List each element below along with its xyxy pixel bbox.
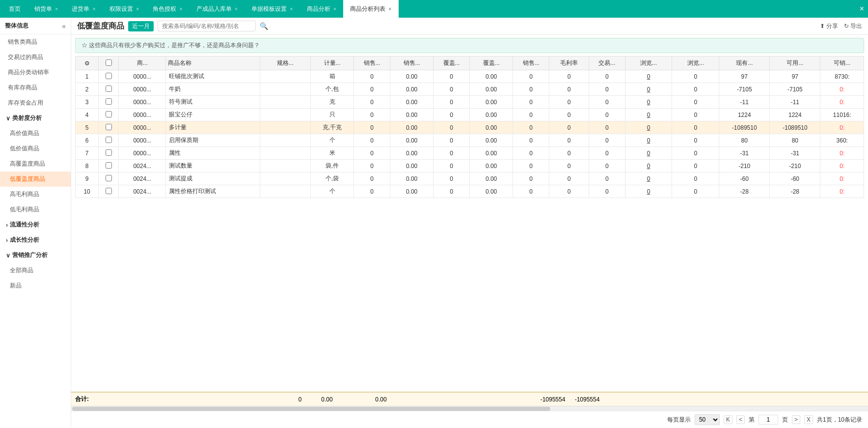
- next-page-button[interactable]: >: [792, 415, 800, 424]
- row-browse1[interactable]: 0: [625, 121, 672, 134]
- browse-link[interactable]: 0: [647, 124, 651, 131]
- per-page-select[interactable]: 50 100: [695, 414, 720, 425]
- col-header-cur[interactable]: 现有...: [719, 57, 770, 70]
- col-header-settings[interactable]: ⚙: [76, 57, 99, 70]
- row-checkbox[interactable]: [106, 111, 112, 117]
- close-icon[interactable]: ×: [290, 6, 293, 12]
- nav-tab-analysis[interactable]: 商品分析 ×: [300, 0, 343, 18]
- col-header-sales-qty[interactable]: 销售...: [354, 57, 390, 70]
- close-icon[interactable]: ×: [388, 6, 391, 12]
- row-browse1[interactable]: 0: [625, 134, 672, 147]
- sidebar-item-low-gross[interactable]: 低毛利商品: [0, 202, 71, 217]
- sidebar-item-low-value[interactable]: 低价值商品: [0, 141, 71, 156]
- browse-link[interactable]: 0: [647, 175, 651, 182]
- prev-page-button[interactable]: <: [736, 415, 745, 424]
- date-filter-button[interactable]: 近一月: [128, 21, 154, 31]
- col-header-gross[interactable]: 毛利率: [549, 57, 589, 70]
- row-checkbox[interactable]: [106, 162, 112, 169]
- row-check[interactable]: [99, 172, 119, 185]
- row-browse1[interactable]: 0: [625, 70, 672, 83]
- col-header-spec[interactable]: 规格...: [260, 57, 310, 70]
- row-checkbox[interactable]: [106, 98, 112, 105]
- table-wrapper[interactable]: ⚙ 商... 商品名称 规格... 计量... 销售... 销售... 覆盖..…: [71, 56, 868, 392]
- row-browse1[interactable]: 0: [625, 160, 672, 172]
- last-page-button[interactable]: X: [804, 415, 813, 424]
- sidebar-item-high-value[interactable]: 高价值商品: [0, 126, 71, 141]
- browse-link[interactable]: 0: [647, 163, 651, 170]
- row-check[interactable]: [99, 121, 119, 134]
- row-checkbox[interactable]: [106, 86, 112, 92]
- share-button[interactable]: ⬆ 分享: [820, 22, 838, 30]
- close-icon[interactable]: ×: [92, 6, 95, 12]
- nav-tab-analysis-list[interactable]: 商品分析列表 ×: [343, 0, 398, 18]
- browse-link[interactable]: 0: [647, 137, 651, 144]
- col-header-unit[interactable]: 计量...: [310, 57, 353, 70]
- sidebar-collapse-btn[interactable]: «: [62, 22, 66, 30]
- browse-link[interactable]: 0: [647, 99, 651, 106]
- row-checkbox[interactable]: [106, 124, 112, 130]
- row-browse1[interactable]: 0: [625, 96, 672, 109]
- search-icon[interactable]: 🔍: [260, 22, 268, 30]
- col-header-code[interactable]: 商...: [119, 57, 166, 70]
- row-check[interactable]: [99, 134, 119, 147]
- col-header-sales3[interactable]: 销售...: [513, 57, 549, 70]
- sidebar-item-category-rate[interactable]: 商品分类动销率: [0, 65, 71, 80]
- col-header-cov2[interactable]: 覆盖...: [469, 57, 513, 70]
- sidebar-item-traded-goods[interactable]: 交易过的商品: [0, 50, 71, 65]
- col-header-sales-amt[interactable]: 销售...: [390, 57, 433, 70]
- row-check[interactable]: [99, 83, 119, 96]
- row-checkbox[interactable]: [106, 137, 112, 143]
- export-button[interactable]: ↻ 导出: [844, 22, 862, 30]
- sidebar-item-stock-capital[interactable]: 库存资金占用: [0, 95, 71, 111]
- browse-link[interactable]: 0: [647, 86, 651, 93]
- sidebar-group-liquidity[interactable]: › 流通性分析: [0, 217, 71, 232]
- sidebar-item-high-coverage[interactable]: 高覆盖度商品: [0, 156, 71, 171]
- nav-tab-sales[interactable]: 销货单 ×: [27, 0, 65, 18]
- browse-link[interactable]: 0: [647, 188, 651, 195]
- nav-tab-purchase[interactable]: 进货单 ×: [65, 0, 102, 18]
- row-check[interactable]: [99, 147, 119, 160]
- close-icon[interactable]: ×: [136, 6, 139, 12]
- nav-tab-finished[interactable]: 产成品入库单 ×: [190, 0, 244, 18]
- row-check[interactable]: [99, 185, 119, 198]
- nav-tab-home[interactable]: 首页: [2, 0, 27, 18]
- col-header-trans[interactable]: 交易...: [589, 57, 625, 70]
- col-header-sellable[interactable]: 可销...: [820, 57, 864, 70]
- row-checkbox[interactable]: [106, 188, 112, 194]
- row-check[interactable]: [99, 160, 119, 172]
- row-check[interactable]: [99, 70, 119, 83]
- row-check[interactable]: [99, 96, 119, 109]
- row-checkbox[interactable]: [106, 175, 112, 181]
- row-browse1[interactable]: 0: [625, 172, 672, 185]
- sidebar-item-sales-goods[interactable]: 销售类商品: [0, 34, 71, 50]
- page-number-input[interactable]: [759, 415, 778, 425]
- col-header-browse2[interactable]: 浏览...: [672, 57, 719, 70]
- sidebar-group-category[interactable]: ∨ 类射度分析: [0, 111, 71, 126]
- row-browse1[interactable]: 0: [625, 109, 672, 121]
- row-browse1[interactable]: 0: [625, 147, 672, 160]
- close-icon[interactable]: ×: [333, 6, 336, 12]
- browse-link[interactable]: 0: [647, 150, 651, 157]
- nav-tab-template[interactable]: 单据模板设置 ×: [244, 0, 299, 18]
- nav-tab-permission[interactable]: 权限设置 ×: [103, 0, 146, 18]
- sidebar-item-low-coverage[interactable]: 低覆盖度商品: [0, 171, 71, 187]
- row-checkbox[interactable]: [106, 149, 112, 156]
- col-header-avail[interactable]: 可用...: [770, 57, 820, 70]
- close-icon[interactable]: ×: [179, 6, 182, 12]
- search-input[interactable]: [158, 21, 256, 31]
- sidebar-item-new-goods[interactable]: 新品: [0, 278, 71, 293]
- row-browse1[interactable]: 0: [625, 83, 672, 96]
- sidebar-group-marketing[interactable]: ∨ 营销推广分析: [0, 248, 71, 263]
- row-browse1[interactable]: 0: [625, 185, 672, 198]
- close-icon[interactable]: ×: [55, 6, 58, 12]
- close-all-button[interactable]: ×: [860, 4, 864, 13]
- row-checkbox[interactable]: [106, 73, 112, 79]
- sidebar-group-growth[interactable]: › 成长性分析: [0, 232, 71, 248]
- col-header-browse1[interactable]: 浏览...: [625, 57, 672, 70]
- row-check[interactable]: [99, 109, 119, 121]
- col-header-check[interactable]: [99, 57, 119, 70]
- sidebar-item-all-goods[interactable]: 全部商品: [0, 263, 71, 278]
- first-page-button[interactable]: K: [724, 415, 732, 424]
- col-header-name[interactable]: 商品名称: [166, 57, 260, 70]
- sidebar-item-high-gross[interactable]: 高毛利商品: [0, 187, 71, 202]
